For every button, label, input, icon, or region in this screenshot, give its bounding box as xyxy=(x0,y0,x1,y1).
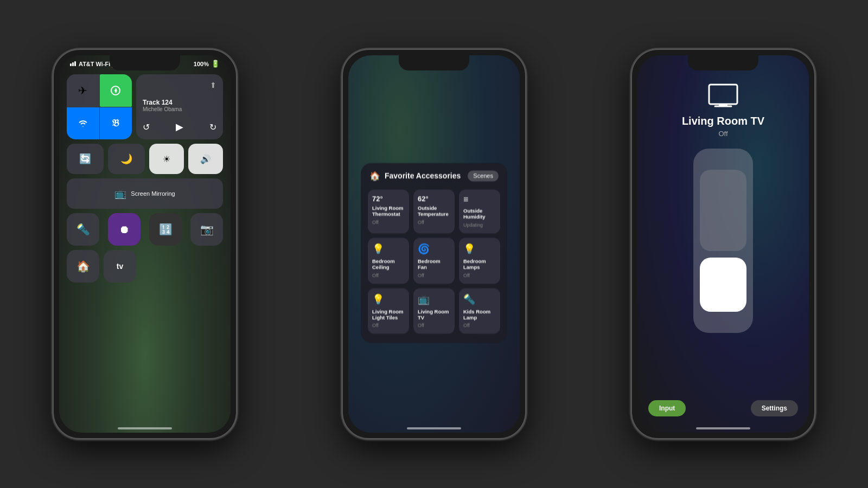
svg-rect-2 xyxy=(709,85,737,104)
home-icon: 🏠 xyxy=(369,171,380,181)
tile-status-3: Off xyxy=(372,273,379,278)
scenes-button[interactable]: Scenes xyxy=(468,170,499,181)
orientation-lock-button[interactable]: 🔄 xyxy=(67,144,104,174)
settings-button[interactable]: Settings xyxy=(751,400,798,416)
tile-name-8: Kids Room Lamp xyxy=(463,309,496,321)
forward-button[interactable]: ↻ xyxy=(209,122,216,132)
camera-button[interactable]: 📷 xyxy=(190,213,223,246)
kids-lamp-icon: 🔦 xyxy=(463,293,475,305)
phone1-screen: AT&T Wi-Fi 📶 100% 🔋 ✈ xyxy=(59,55,231,433)
notch3 xyxy=(688,55,758,70)
tile-bedroom-fan[interactable]: 🌀 Bedroom Fan Off xyxy=(413,237,455,284)
rewind-button[interactable]: ↺ xyxy=(143,122,150,132)
tile-bedroom-lamps[interactable]: 💡 Bedroom Lamps Off xyxy=(459,237,500,284)
flashlight-button[interactable]: 🔦 xyxy=(67,213,99,246)
homekit-grid: 72° Living Room Thermostat Off 62° Outsi… xyxy=(361,187,507,343)
signal-bar-1 xyxy=(70,63,72,66)
tile-temp-0: 72° xyxy=(372,195,383,203)
music-controls: ↺ ▶ ↻ xyxy=(143,121,216,133)
tv-bottom-buttons: Input Settings xyxy=(637,400,809,416)
light-tiles-icon: 💡 xyxy=(372,293,384,305)
tile-kids-room-lamp[interactable]: 🔦 Kids Room Lamp Off xyxy=(459,288,500,334)
do-not-disturb-button[interactable]: 🌙 xyxy=(108,144,145,174)
volume-slider[interactable]: 🔊 xyxy=(188,144,223,174)
tile-outside-temperature[interactable]: 62° Outside Temperature Off xyxy=(413,189,455,233)
remote-body xyxy=(693,149,753,333)
tile-name-2: Outside Humidity xyxy=(463,208,496,220)
tile-status-2: Updating xyxy=(463,222,483,228)
play-button[interactable]: ▶ xyxy=(176,121,183,133)
tile-name-5: Bedroom Lamps xyxy=(463,258,496,271)
home-indicator-3 xyxy=(696,427,750,429)
tile-name-7: Living Room TV xyxy=(418,309,450,321)
homekit-header: 🏠 Favorite Accessories Scenes xyxy=(361,163,507,187)
tv-header: Living Room TV Off xyxy=(682,82,764,138)
status-right-1: 100% 🔋 xyxy=(194,60,220,68)
cc-row2: 🔄 🌙 ☀ 🔊 xyxy=(67,144,223,174)
music-track: Track 124 xyxy=(143,99,216,106)
signal-bar-3 xyxy=(74,61,76,66)
tile-status-6: Off xyxy=(372,323,379,329)
phone3: Living Room TV Off Input Settings xyxy=(631,49,815,439)
remote-upper xyxy=(700,170,746,251)
phone1-bg: AT&T Wi-Fi 📶 100% 🔋 ✈ xyxy=(59,55,231,433)
music-info: Track 124 Michelle Obama xyxy=(143,99,216,112)
humidity-icon: ≡ xyxy=(463,195,468,204)
tv-device-status: Off xyxy=(718,130,727,138)
cc-row1: ✈ 𝔅 xyxy=(67,74,223,139)
tile-temp-1: 62° xyxy=(418,195,429,203)
home-app-button[interactable]: 🏠 xyxy=(67,250,99,282)
tile-living-room-thermostat[interactable]: 72° Living Room Thermostat Off xyxy=(368,189,409,233)
phone2-container: 🏠 Favorite Accessories Scenes 72° Living… xyxy=(290,0,579,488)
tile-name-6: Living Room Light Tiles xyxy=(372,309,405,321)
brightness-slider[interactable]: ☀ xyxy=(149,144,184,174)
music-card: ⬆ Track 124 Michelle Obama ↺ ▶ ↻ xyxy=(136,74,223,139)
music-artist: Michelle Obama xyxy=(143,106,216,112)
cc-row3: 📺 Screen Mirroring xyxy=(67,178,223,209)
lamps-icon: 💡 xyxy=(463,243,475,255)
signal-bars xyxy=(70,61,76,66)
homekit-title-area: 🏠 Favorite Accessories xyxy=(369,171,461,181)
remote-lower[interactable] xyxy=(700,258,746,312)
bluetooth-button[interactable]: 𝔅 xyxy=(100,107,132,140)
calculator-button[interactable]: 🔢 xyxy=(149,213,182,246)
appletv-button[interactable]: tv xyxy=(104,250,136,282)
fan-icon: 🌀 xyxy=(418,243,430,255)
tile-living-room-light-tiles[interactable]: 💡 Living Room Light Tiles Off xyxy=(368,288,409,334)
cellular-button[interactable] xyxy=(100,74,132,107)
phone3-container: Living Room TV Off Input Settings xyxy=(579,0,868,488)
tile-outside-humidity[interactable]: ≡ Outside Humidity Updating xyxy=(459,189,500,233)
wifi-toggle-button[interactable] xyxy=(67,107,99,140)
input-button[interactable]: Input xyxy=(648,400,686,416)
tile-status-4: Off xyxy=(418,273,424,278)
tile-name-0: Living Room Thermostat xyxy=(372,205,405,217)
signal-bar-2 xyxy=(72,62,74,66)
tv-device-name: Living Room TV xyxy=(682,115,764,127)
phone3-screen: Living Room TV Off Input Settings xyxy=(637,55,809,433)
airplay-icon: ⬆ xyxy=(143,81,216,89)
cc-row5: 🏠 tv xyxy=(67,250,223,282)
screen-mirroring-button[interactable]: 📺 Screen Mirroring xyxy=(67,178,223,209)
screen-record-button[interactable]: ⏺ xyxy=(108,213,141,246)
airplane-mode-button[interactable]: ✈ xyxy=(67,74,99,107)
tile-status-5: Off xyxy=(463,273,470,278)
homekit-title: Favorite Accessories xyxy=(385,171,461,180)
cc-row4: 🔦 ⏺ 🔢 📷 xyxy=(67,213,223,246)
tile-name-4: Bedroom Fan xyxy=(418,258,450,271)
homekit-panel: 🏠 Favorite Accessories Scenes 72° Living… xyxy=(361,163,507,343)
tile-status-0: Off xyxy=(372,220,379,225)
tile-status-7: Off xyxy=(418,323,424,329)
cc-connectivity-quad: ✈ 𝔅 xyxy=(67,74,132,139)
cc-grid: ✈ 𝔅 xyxy=(59,70,231,287)
battery-label: 100% xyxy=(194,61,209,67)
notch1 xyxy=(110,55,180,70)
tile-bedroom-ceiling[interactable]: 💡 Bedroom Ceiling Off xyxy=(368,237,409,284)
battery-icon: 🔋 xyxy=(211,60,220,68)
phone2: 🏠 Favorite Accessories Scenes 72° Living… xyxy=(342,49,526,439)
tile-living-room-tv[interactable]: 📺 Living Room TV Off xyxy=(413,288,455,334)
tv-screen-icon xyxy=(707,82,739,111)
phone2-screen: 🏠 Favorite Accessories Scenes 72° Living… xyxy=(348,55,520,433)
svg-point-1 xyxy=(114,89,117,92)
phone3-bg: Living Room TV Off Input Settings xyxy=(637,55,809,433)
phone2-bg: 🏠 Favorite Accessories Scenes 72° Living… xyxy=(348,55,520,433)
